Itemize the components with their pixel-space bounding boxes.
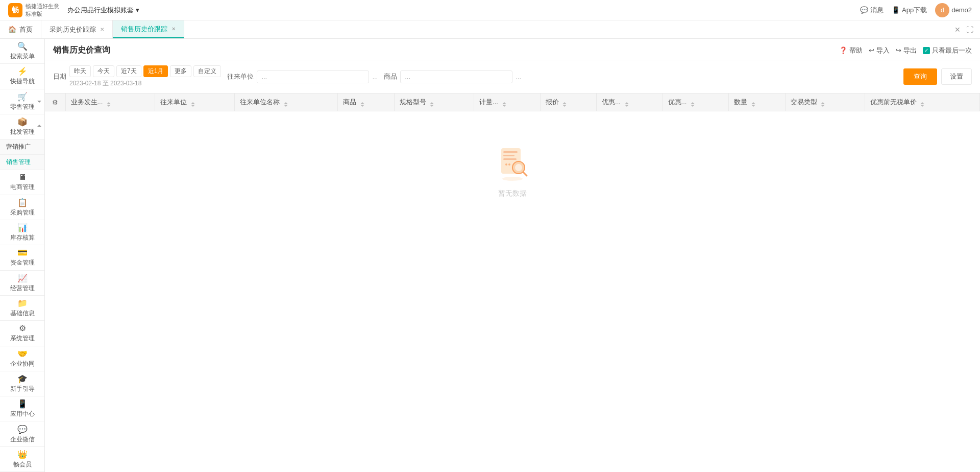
maximize-window-btn[interactable]: ⛶ xyxy=(966,26,974,34)
avatar: d xyxy=(935,3,949,17)
export-action[interactable]: ↪ 导出 xyxy=(896,46,917,55)
th-settings[interactable]: ⚙ xyxy=(45,93,65,111)
close-window-btn[interactable]: ✕ xyxy=(953,26,962,34)
quick-nav-icon: ⚡ xyxy=(17,66,28,76)
sidebar-item-purchase-mgmt[interactable]: 📋 采购管理 xyxy=(0,195,44,220)
tab-sales-history[interactable]: 销售历史价跟踪 ✕ xyxy=(113,20,184,38)
sidebar-item-retail-mgmt[interactable]: 🛒 零售管理 xyxy=(0,89,44,114)
main-layout: 🔍 搜索菜单 ⚡ 快捷导航 🛒 零售管理 📦 批发管理 营销推广 销售管理 🖥 … xyxy=(0,39,980,472)
th-discount-amount[interactable]: 优惠... xyxy=(663,93,729,111)
th-product[interactable]: 商品 xyxy=(338,93,394,111)
operation-icon: 📈 xyxy=(17,273,28,283)
svg-rect-3 xyxy=(503,155,514,156)
tab-close-purchase[interactable]: ✕ xyxy=(100,27,104,32)
sidebar-item-search-menu[interactable]: 🔍 搜索菜单 xyxy=(0,39,44,64)
sidebar-item-enterprise-collab[interactable]: 🤝 企业协同 xyxy=(0,346,44,371)
partner-input[interactable] xyxy=(257,70,369,83)
member-icon: 👑 xyxy=(17,450,28,459)
sort-icon-quantity xyxy=(751,102,755,107)
sidebar-item-wholesale-mgmt[interactable]: 📦 批发管理 xyxy=(0,114,44,139)
help-action[interactable]: ❓ 帮助 xyxy=(839,46,863,55)
sidebar-item-app-center[interactable]: 📱 应用中心 xyxy=(0,396,44,421)
svg-rect-4 xyxy=(503,158,517,160)
logo-area: 畅 畅捷通好生意 标准版 xyxy=(8,3,59,17)
sort-icon-unit xyxy=(502,102,506,107)
app-selector[interactable]: 办公用品行业模拟账套 ▾ xyxy=(63,6,143,15)
sort-icon-spec-model xyxy=(430,102,434,107)
only-last-checkbox[interactable]: ✓ 只看最后一次 xyxy=(923,46,972,55)
header-left: 畅 畅捷通好生意 标准版 办公用品行业模拟账套 ▾ xyxy=(8,3,143,17)
message-icon: 💬 xyxy=(860,6,868,14)
date-filters-container: 昨天 今天 近7天 近1月 更多 自定义 2023-02-18 至 2023-0… xyxy=(69,65,221,88)
query-button[interactable]: 查询 xyxy=(903,68,937,85)
sidebar-item-finance-mgmt[interactable]: 💳 资金管理 xyxy=(0,245,44,270)
inventory-icon: 📊 xyxy=(17,223,28,232)
date-btn-custom[interactable]: 自定义 xyxy=(193,65,221,77)
sidebar-item-sales-mgmt[interactable]: 销售管理 xyxy=(0,155,44,170)
th-partner-name[interactable]: 往来单位名称 xyxy=(235,93,338,111)
th-business-date[interactable]: 业务发生... xyxy=(65,93,155,111)
date-filter-group: 日期 昨天 今天 近7天 近1月 更多 自定义 2023-02-18 至 202… xyxy=(53,65,221,88)
svg-rect-2 xyxy=(503,151,518,153)
export-icon: ↪ xyxy=(896,46,901,54)
empty-state-svg xyxy=(492,142,533,183)
sidebar-item-operation-mgmt[interactable]: 📈 经营管理 xyxy=(0,271,44,296)
sidebar-item-member[interactable]: 👑 畅会员 xyxy=(0,447,44,472)
enterprise-wechat-icon: 💬 xyxy=(17,424,28,434)
app-download-action[interactable]: 📱 App下载 xyxy=(892,6,927,15)
product-dots[interactable]: ... xyxy=(516,73,521,81)
beginner-guide-icon: 🎓 xyxy=(17,374,28,384)
sidebar-item-marketing[interactable]: 营销推广 xyxy=(0,139,44,155)
sort-icon-transaction-type xyxy=(821,102,825,107)
th-quantity[interactable]: 数量 xyxy=(729,93,785,111)
date-btn-yesterday[interactable]: 昨天 xyxy=(69,65,91,77)
sidebar-item-beginner-guide[interactable]: 🎓 新手引导 xyxy=(0,371,44,396)
chevron-down-icon: ▾ xyxy=(136,6,139,14)
window-controls: ✕ ⛶ xyxy=(953,20,980,38)
partner-dots[interactable]: ... xyxy=(372,73,378,81)
sidebar: 🔍 搜索菜单 ⚡ 快捷导航 🛒 零售管理 📦 批发管理 营销推广 销售管理 🖥 … xyxy=(0,39,45,472)
page-container: 销售历史价查询 ❓ 帮助 ↩ 导入 ↪ 导出 ✓ xyxy=(45,39,980,472)
tab-home[interactable]: 🏠 首页 xyxy=(0,20,41,38)
user-action[interactable]: d demo2 xyxy=(935,3,972,17)
top-header: 畅 畅捷通好生意 标准版 办公用品行业模拟账套 ▾ 💬 消息 📱 App下载 d… xyxy=(0,0,980,20)
th-partner-code[interactable]: 往来单位 xyxy=(155,93,234,111)
th-pre-discount-price[interactable]: 优惠前无税单价 xyxy=(865,93,979,111)
sidebar-item-system-mgmt[interactable]: ⚙ 系统管理 xyxy=(0,321,44,346)
th-quoted-price[interactable]: 报价 xyxy=(540,93,596,111)
product-filter-group: 商品 ... xyxy=(384,70,521,83)
date-btn-1month[interactable]: 近1月 xyxy=(143,65,168,77)
sidebar-item-ecommerce-mgmt[interactable]: 🖥 电商管理 xyxy=(0,170,44,195)
th-discount-rate[interactable]: 优惠... xyxy=(597,93,663,111)
sort-icon-product xyxy=(360,102,364,107)
sort-icon-partner-code xyxy=(191,102,195,107)
message-action[interactable]: 💬 消息 xyxy=(860,6,884,15)
th-spec-model[interactable]: 规格型号 xyxy=(394,93,474,111)
app-center-icon: 📱 xyxy=(17,399,28,409)
settings-button[interactable]: 设置 xyxy=(941,68,972,85)
sort-icon-discount-rate xyxy=(625,102,629,107)
date-btn-more[interactable]: 更多 xyxy=(170,65,191,77)
date-btn-today[interactable]: 今天 xyxy=(93,65,114,77)
logo-text: 畅捷通好生意 标准版 xyxy=(26,3,59,17)
purchase-mgmt-icon: 📋 xyxy=(17,198,28,207)
help-icon: ❓ xyxy=(839,46,847,54)
th-transaction-type[interactable]: 交易类型 xyxy=(785,93,865,111)
partner-filter-group: 往来单位 ... xyxy=(227,70,378,83)
table-header-row: ⚙ 业务发生... 往来单位 xyxy=(45,93,980,111)
enterprise-collab-icon: 🤝 xyxy=(17,349,28,359)
sidebar-item-enterprise-wechat[interactable]: 💬 企业微信 xyxy=(0,421,44,446)
sidebar-item-basic-info[interactable]: 📁 基础信息 xyxy=(0,296,44,321)
date-btn-7days[interactable]: 近7天 xyxy=(116,65,141,77)
partner-label: 往来单位 xyxy=(227,72,254,81)
th-unit[interactable]: 计量... xyxy=(474,93,541,111)
sidebar-item-quick-nav[interactable]: ⚡ 快捷导航 xyxy=(0,64,44,89)
header-right: 💬 消息 📱 App下载 d demo2 xyxy=(860,3,972,17)
tab-close-sales[interactable]: ✕ xyxy=(172,26,176,32)
svg-point-0 xyxy=(502,177,523,181)
page-title: 销售历史价查询 xyxy=(53,45,110,56)
tab-purchase-history[interactable]: 采购历史价跟踪 ✕ xyxy=(41,20,113,38)
import-action[interactable]: ↩ 导入 xyxy=(869,46,890,55)
product-input[interactable] xyxy=(400,70,512,83)
sidebar-item-inventory[interactable]: 📊 库存核算 xyxy=(0,220,44,245)
